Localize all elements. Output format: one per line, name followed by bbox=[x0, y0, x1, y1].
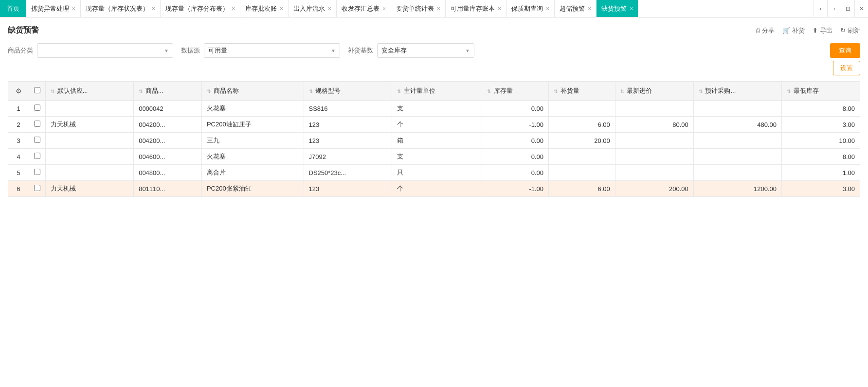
nav-tab-8[interactable]: 保质期查询 × bbox=[506, 0, 555, 17]
nav-tab-close-6[interactable]: × bbox=[437, 5, 440, 12]
category-select[interactable]: ▼ bbox=[37, 43, 173, 58]
nav-tab-label-3: 库存批次账 bbox=[245, 4, 277, 13]
nav-tab-1[interactable]: 现存量（库存状况表） × bbox=[81, 0, 161, 17]
nav-tab-close-7[interactable]: × bbox=[498, 5, 501, 12]
row-checkbox-4[interactable] bbox=[29, 165, 46, 181]
nav-tab-2[interactable]: 现存量（库存分布表） × bbox=[161, 0, 240, 17]
nav-tab-close-1[interactable]: × bbox=[152, 5, 155, 12]
nav-tab-7[interactable]: 可用量库存账本 × bbox=[446, 0, 506, 17]
nav-close-button[interactable]: ✕ bbox=[854, 0, 868, 18]
sort-icon-replenish: ⇅ bbox=[554, 88, 558, 94]
row-supplier-3 bbox=[46, 149, 134, 165]
row-est-purchase-4 bbox=[693, 165, 781, 181]
row-spec-4: DS250*23c... bbox=[304, 165, 392, 181]
row-est-purchase-0 bbox=[693, 101, 781, 117]
row-stock-2: 0.00 bbox=[482, 133, 549, 149]
table-row: 6 力天机械 801110... PC200张紧油缸 123 个 -1.00 6… bbox=[8, 181, 860, 197]
page-title: 缺货预警 bbox=[8, 25, 756, 35]
row-est-purchase-2 bbox=[693, 133, 781, 149]
query-button[interactable]: 查询 bbox=[830, 43, 860, 58]
nav-tab-5[interactable]: 收发存汇总表 × bbox=[337, 0, 391, 17]
row-latest-price-1: 80.00 bbox=[615, 117, 693, 133]
nav-prev-button[interactable]: ‹ bbox=[814, 0, 827, 18]
sort-icon-stock: ⇅ bbox=[487, 88, 491, 94]
nav-tab-0[interactable]: 拣货异常处理 × bbox=[26, 0, 81, 17]
row-num-3: 4 bbox=[8, 149, 29, 165]
row-checkbox-1[interactable] bbox=[29, 117, 46, 133]
row-checkbox-0[interactable] bbox=[29, 101, 46, 117]
nav-tab-10[interactable]: 缺货预警 × bbox=[597, 0, 638, 17]
export-icon: ⬆ bbox=[813, 27, 818, 34]
gear-icon[interactable]: ⚙ bbox=[13, 86, 24, 96]
replenish-select[interactable]: 安全库存 ▼ bbox=[377, 43, 474, 58]
nav-tab-close-4[interactable]: × bbox=[328, 5, 331, 12]
export-button[interactable]: ⬆ 导出 bbox=[813, 26, 832, 35]
nav-tab-9[interactable]: 超储预警 × bbox=[555, 0, 597, 17]
nav-tab-close-9[interactable]: × bbox=[588, 5, 591, 12]
nav-tab-label-5: 收发存汇总表 bbox=[342, 4, 380, 13]
row-latest-price-4 bbox=[615, 165, 693, 181]
row-checkbox-input-4[interactable] bbox=[34, 169, 40, 175]
row-min-stock-1: 3.00 bbox=[781, 117, 860, 133]
refresh-button[interactable]: ↻ 刷新 bbox=[840, 26, 860, 35]
nav-tab-6[interactable]: 要货单统计表 × bbox=[391, 0, 446, 17]
row-checkbox-input-3[interactable] bbox=[34, 153, 40, 159]
column-supplier: ⇅ 默认供应... bbox=[46, 82, 134, 101]
share-button[interactable]: ⎙ 分享 bbox=[756, 26, 775, 35]
datasource-select[interactable]: 可用量 ▼ bbox=[204, 43, 340, 58]
row-est-purchase-5: 1200.00 bbox=[693, 181, 781, 197]
row-unit-5: 个 bbox=[392, 181, 482, 197]
row-checkbox-input-5[interactable] bbox=[34, 185, 40, 191]
row-checkbox-3[interactable] bbox=[29, 149, 46, 165]
nav-home[interactable]: 首页 bbox=[0, 0, 26, 17]
row-checkbox-5[interactable] bbox=[29, 181, 46, 197]
row-unit-3: 支 bbox=[392, 149, 482, 165]
row-supplier-2 bbox=[46, 133, 134, 149]
row-stock-1: -1.00 bbox=[482, 117, 549, 133]
row-checkbox-2[interactable] bbox=[29, 133, 46, 149]
table-row: 5 004800... 离合片 DS250*23c... 只 0.00 1.00 bbox=[8, 165, 860, 181]
nav-tab-4[interactable]: 出入库流水 × bbox=[289, 0, 337, 17]
nav-tab-close-0[interactable]: × bbox=[72, 5, 75, 12]
nav-tab-label-9: 超储预警 bbox=[560, 4, 585, 13]
sort-icon-code: ⇅ bbox=[139, 88, 143, 94]
nav-tab-close-5[interactable]: × bbox=[382, 5, 386, 12]
nav-tab-close-10[interactable]: × bbox=[630, 5, 633, 12]
row-spec-3: J7092 bbox=[304, 149, 392, 165]
row-min-stock-0: 8.00 bbox=[781, 101, 860, 117]
sort-icon-supplier: ⇅ bbox=[51, 88, 54, 94]
nav-tab-close-3[interactable]: × bbox=[280, 5, 283, 12]
column-code: ⇅ 商品... bbox=[134, 82, 202, 101]
row-supplier-1: 力天机械 bbox=[46, 117, 134, 133]
replenish-button[interactable]: 🛒 补货 bbox=[782, 26, 805, 35]
row-unit-4: 只 bbox=[392, 165, 482, 181]
nav-tab-close-8[interactable]: × bbox=[546, 5, 549, 12]
row-latest-price-3 bbox=[615, 149, 693, 165]
settings-button[interactable]: 设置 bbox=[833, 61, 860, 75]
row-est-purchase-3 bbox=[693, 149, 781, 165]
row-replenish-3 bbox=[548, 149, 615, 165]
replenish-chevron-icon: ▼ bbox=[465, 48, 470, 53]
nav-next-button[interactable]: › bbox=[827, 0, 841, 18]
refresh-label: 刷新 bbox=[848, 26, 860, 35]
row-replenish-2: 20.00 bbox=[548, 133, 615, 149]
datasource-value: 可用量 bbox=[208, 46, 227, 55]
category-chevron-icon: ▼ bbox=[164, 48, 169, 53]
nav-tab-3[interactable]: 库存批次账 × bbox=[240, 0, 289, 17]
row-checkbox-input-2[interactable] bbox=[34, 137, 40, 143]
row-checkbox-input-0[interactable] bbox=[34, 105, 40, 111]
select-all-checkbox[interactable] bbox=[34, 87, 40, 93]
header-actions: ⎙ 分享 🛒 补货 ⬆ 导出 ↻ 刷新 bbox=[756, 26, 860, 35]
table-row: 4 004600... 火花塞 J7092 支 0.00 8.00 bbox=[8, 149, 860, 165]
row-unit-2: 箱 bbox=[392, 133, 482, 149]
replenish-value: 安全库存 bbox=[381, 46, 407, 55]
column-checkbox bbox=[29, 82, 46, 101]
filter-datasource-group: 数据源 可用量 ▼ bbox=[181, 43, 340, 58]
row-checkbox-input-1[interactable] bbox=[34, 121, 40, 127]
row-min-stock-2: 10.00 bbox=[781, 133, 860, 149]
row-replenish-4 bbox=[548, 165, 615, 181]
nav-tab-close-2[interactable]: × bbox=[232, 5, 235, 12]
column-replenish-label: 补货量 bbox=[561, 87, 579, 94]
sort-icon-name: ⇅ bbox=[207, 88, 211, 94]
nav-restore-button[interactable]: ⊡ bbox=[841, 0, 854, 18]
